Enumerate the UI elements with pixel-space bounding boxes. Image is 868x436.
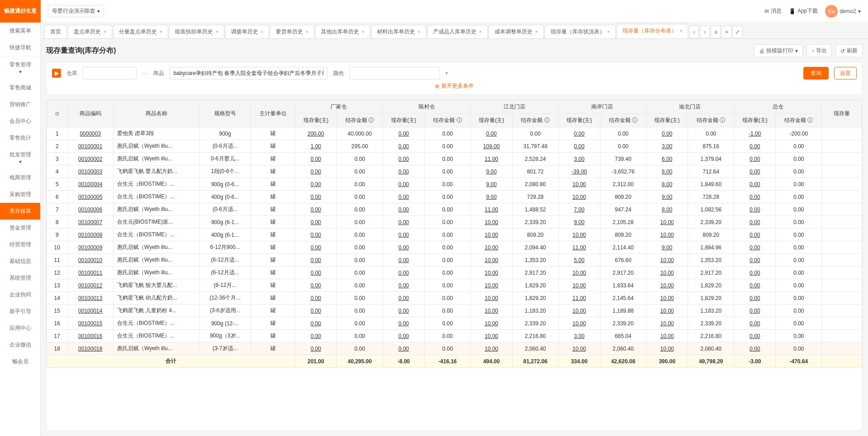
tab-close-stocklist[interactable]: × [104,29,106,34]
gear-icon[interactable]: ⚙ [55,111,60,117]
cell-chen-qty: 0.00 [383,267,425,279]
tab-costadjust[interactable]: 成本调整单历史 × [489,25,544,38]
company-selector[interactable]: 母婴行业演示陈套 ▾ [48,5,104,17]
sidebar-item-member[interactable]: 会员中心 [0,113,40,130]
goods-input[interactable] [170,67,328,80]
cell-factory-qty: 0.00 [295,342,336,355]
tab-close-orderlist[interactable]: × [306,29,308,34]
sidebar-item-retail[interactable]: 零售管理 ▾ [0,56,40,80]
sidebar-item-wholesale[interactable]: 批发管理 ▾ [0,146,40,169]
tab-close-assemblylist[interactable]: × [216,29,218,34]
cell-spec: 1段(0-6个... [199,165,251,178]
query-button[interactable]: 查询 [803,67,829,80]
export-button[interactable]: ↑ 导出 [807,44,832,57]
refresh-button[interactable]: ↺ 刷新 [835,44,863,57]
sidebar-item-finance[interactable]: 资金管理 [0,220,40,236]
warehouse-input[interactable] [83,67,137,80]
cell-unit: 罐 [251,305,295,317]
tab-stockdist[interactable]: 现存量（库存分布表） × [617,24,688,38]
cell-yubei-amt: 875.16 [688,140,734,153]
user-menu[interactable]: Ea demo2 ▾ [825,5,861,18]
tab-close-materialout[interactable]: × [418,29,420,34]
tab-adjustlist[interactable]: 调拨单历史 × [225,25,269,38]
tab-close-stockstatus[interactable]: × [608,29,610,34]
tab-close-otherout[interactable]: × [362,29,364,34]
print-button[interactable]: 🖨 按模版打印 ▾ [754,44,803,57]
tab-assemblylist[interactable]: 组装拆卸单历史 × [169,25,224,38]
sidebar-item-purchase[interactable]: 采购管理 [0,186,40,203]
table-row: 2 00100001 惠氏启赋（Wyeth illu... (0-6月适... … [47,140,862,153]
cell-nanan-qty: 10.00 [558,229,600,241]
th-nanan-qty: 现存量(主) [558,114,600,127]
cell-jiangbei-qty: 10.00 [471,305,512,317]
sidebar-item-wechat[interactable]: 企业微信 [0,337,40,353]
sidebar-item-appcenter[interactable]: 应用中心 [0,320,40,337]
sidebar-item-inventory[interactable]: 库存核算 [0,203,40,220]
goods-label: 商品 [153,70,164,77]
sidebar-item-guide[interactable]: 新手引导 [0,303,40,320]
cell-yubei-qty: 10.00 [646,317,688,330]
cell-num: 11 [47,254,68,267]
sidebar-item-retailshop[interactable]: 零售商城 [0,80,40,96]
sidebar-item-retailstat[interactable]: 零售统计 [0,130,40,146]
table-row: 6 00100005 合生元（BIOSTIME）... 400g (0-6...… [47,191,862,203]
tab-nav-more[interactable]: ≡ [711,26,721,38]
cell-code: 00100018 [67,342,113,355]
tab-productin[interactable]: 产成品入库单历史 × [427,25,488,38]
cell-yubei-qty: 10.00 [646,279,688,292]
sidebar-item-search[interactable]: 搜索英单 [0,23,40,39]
tab-stocklist[interactable]: 盘点单历史 × [68,25,112,38]
cell-name: 飞鹤星飞帆 婴儿配方奶... [113,165,199,178]
filter-expand-btn[interactable]: ⊕ 展开更多条件 [52,82,857,90]
sidebar-item-enterprise[interactable]: 企业协同 [0,286,40,303]
cell-nanan-qty: 10.00 [558,342,600,355]
message-button[interactable]: ✉ 消息 [764,7,782,15]
tab-materialout[interactable]: 材料出库单历史 × [371,25,426,38]
warehouse-expand[interactable]: ··· [142,70,148,77]
tab-orderlist[interactable]: 要货单历史 × [270,25,314,38]
cell-yubei-amt: 2,339.20 [688,216,734,229]
total-row: 合计 201.00 40,295.00 -8.00 -416.16 494.00… [47,355,862,368]
cell-current [822,330,862,342]
tab-close-productin[interactable]: × [479,29,482,34]
cell-total-amt: 0.00 [776,317,822,330]
data-table: ⚙ 商品编码 商品名称 规格型号 主计量单位 厂家仓 陈村仓 江北门店 南岸门店… [47,100,862,368]
tab-home[interactable]: 首页 [44,25,67,38]
th-yubei-amt: 结存金额 ⓘ [688,114,734,127]
cell-yubei-amt: 1,829.20 [688,292,734,305]
cell-spec: (0-6月适... [199,203,251,216]
tab-close-adjustlist[interactable]: × [261,29,264,34]
tab-nav-prev[interactable]: ‹ [689,26,699,38]
app-download-button[interactable]: 📱 App下载 [789,7,818,15]
tab-stocklistdetail[interactable]: 分量盘点单历史 × [113,25,168,38]
cell-jiangbei-qty: 10.00 [471,241,512,254]
setting-button[interactable]: 设置 [834,67,857,80]
cell-spec: 6-12月900... [199,241,251,254]
cell-unit: 罐 [251,254,295,267]
sidebar-item-marketing[interactable]: 营销推广 [0,96,40,113]
tab-close-all[interactable]: × [722,26,731,38]
tab-nav-next[interactable]: › [700,26,710,38]
color-input[interactable] [349,67,440,80]
cell-total-qty: 0.00 [734,216,775,229]
sidebar-item-basic[interactable]: 基础信息 [0,253,40,270]
cell-jiangbei-qty: 10.00 [471,342,512,355]
sidebar-item-system[interactable]: 系统管理 [0,270,40,286]
tab-close-stockdist[interactable]: × [679,28,682,33]
sidebar-item-vip[interactable]: 畅会员 [0,353,40,370]
filter-toggle-btn[interactable]: ▶ [52,69,61,78]
cell-nanan-qty: 0.00 [558,140,600,153]
cell-total-qty: 0.00 [734,330,775,342]
table-row: 12 00100011 惠氏启赋（Wyeth illu... (6-12月适..… [47,267,862,279]
tab-stockstatus[interactable]: 现存量（库存状况表） × [545,25,616,38]
sidebar-item-operation[interactable]: 经营管理 [0,236,40,253]
tab-otherout[interactable]: 其他出库单历史 × [315,25,370,38]
sidebar-item-nav[interactable]: 快捷导航 [0,39,40,56]
tab-fullscreen[interactable]: ⤢ [732,26,742,38]
cell-unit: 罐 [251,203,295,216]
cell-nanan-amt: 2,312.00 [600,178,646,191]
table-row: 15 00100014 飞鹤星飞帆 儿童奶粉 4... (3-6岁适用... 罐… [47,305,862,317]
tab-close-costadjust[interactable]: × [535,29,538,34]
sidebar-item-ecommerce[interactable]: 电商管理 [0,169,40,186]
tab-close-stocklistdetail[interactable]: × [160,29,162,34]
